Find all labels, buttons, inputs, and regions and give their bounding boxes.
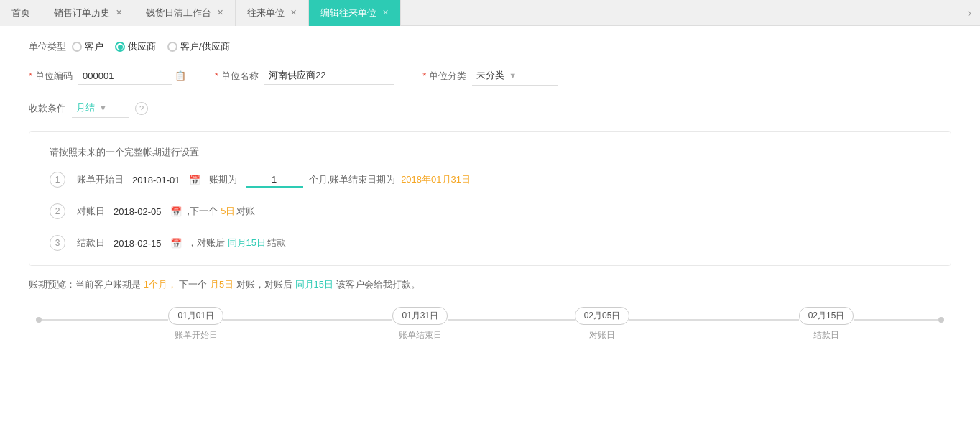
dropdown-arrow-icon: ▼ xyxy=(99,104,107,112)
tab-sales-order-history[interactable]: 销售订单历史 ✕ xyxy=(42,0,134,26)
preview-reconcile-pre: 下一个 xyxy=(179,279,207,290)
unit-name-input[interactable] xyxy=(264,68,394,85)
step-3-date: 2018-02-15 xyxy=(114,238,162,249)
unit-code-input[interactable] xyxy=(78,68,172,85)
timeline-line-2 xyxy=(448,319,574,321)
step-3-desc-pre: ，对账后 xyxy=(188,236,225,249)
unit-type-row: 单位类型 客户 供应商 客户/供应商 xyxy=(29,40,951,53)
unit-name-label: 单位名称 xyxy=(221,70,259,83)
radio-supplier-label: 供应商 xyxy=(128,40,156,53)
step-2-row: 2 对账日 2018-02-05 📅 ,下一个 5日 对账 xyxy=(50,203,930,219)
unit-info-row: * 单位编码 📋 * 单位名称 * 单位分类 未分类 ▼ xyxy=(29,66,951,86)
preview-payment-post: 该客户会给我打款。 xyxy=(336,279,420,290)
timeline-node-1: 01月31日 账单结束日 xyxy=(392,307,448,341)
tab-edit-partner-label: 编辑往来单位 xyxy=(320,6,376,19)
step-3-highlight: 同月15日 xyxy=(228,236,266,249)
timeline-node-3: 02月15日 结款日 xyxy=(799,307,854,341)
step-1-row: 1 账单开始日 2018-01-01 📅 账期为 个月,账单结束日期为 2018… xyxy=(50,172,930,188)
unit-code-label: 单位编码 xyxy=(35,70,73,83)
unit-type-radio-group: 客户 供应商 客户/供应商 xyxy=(72,40,230,53)
payment-terms-select[interactable]: 月结 ▼ xyxy=(72,98,129,118)
step-2-desc-post: 对账 xyxy=(236,205,255,218)
timeline-start-dot xyxy=(36,317,42,323)
tab-cash-ledger[interactable]: 钱货日清工作台 ✕ xyxy=(134,0,236,26)
step-3-desc-post: 结款 xyxy=(267,236,286,249)
preview-label: 账期预览：当前客户账期是 xyxy=(29,279,141,290)
billing-period-section: 请按照未来的一个完整帐期进行设置 1 账单开始日 2018-01-01 📅 账期… xyxy=(29,131,951,266)
unit-category-select[interactable]: 未分类 ▼ xyxy=(472,66,558,86)
preview-payment-highlight: 同月15日 xyxy=(295,279,333,290)
close-icon[interactable]: ✕ xyxy=(217,8,223,17)
step-2-label: 对账日 xyxy=(77,205,105,218)
close-icon[interactable]: ✕ xyxy=(116,8,122,17)
timeline-line-4 xyxy=(854,319,938,321)
preview-reconcile-highlight: 月5日 xyxy=(210,279,234,290)
timeline-node-0: 01月01日 账单开始日 xyxy=(168,307,223,341)
step-2-desc-pre: ,下一个 xyxy=(188,205,218,218)
preview-period: 1个月， xyxy=(144,279,177,290)
calendar-icon-2[interactable]: 📅 xyxy=(170,206,182,217)
timeline-line-3 xyxy=(629,319,798,321)
timeline-end-dot xyxy=(938,317,944,323)
tab-cash-ledger-label: 钱货日清工作台 xyxy=(146,6,211,19)
unit-name-group: * 单位名称 xyxy=(215,68,394,85)
timeline-line-1 xyxy=(223,319,392,321)
tab-partner-units-label: 往来单位 xyxy=(247,6,285,19)
tab-sales-order-history-label: 销售订单历史 xyxy=(54,6,110,19)
unit-type-label: 单位类型 xyxy=(29,40,66,53)
radio-both[interactable]: 客户/供应商 xyxy=(167,40,230,53)
required-star: * xyxy=(422,70,426,81)
tab-edit-partner[interactable]: 编辑往来单位 ✕ xyxy=(309,0,401,26)
close-icon[interactable]: ✕ xyxy=(382,8,389,17)
step-1-label: 账单开始日 xyxy=(77,173,124,186)
radio-circle-customer xyxy=(72,42,82,52)
timeline-pill-0: 01月01日 xyxy=(168,307,223,325)
preview-reconcile-post: 对账，对账后 xyxy=(236,279,292,290)
step-2-highlight: 5日 xyxy=(221,205,235,218)
step-1-num: 1 xyxy=(50,172,65,188)
payment-terms-value: 月结 xyxy=(76,101,95,114)
step-3-num: 3 xyxy=(50,235,65,251)
step-2-num: 2 xyxy=(50,203,65,219)
step-3-label: 结款日 xyxy=(77,236,105,249)
timeline: 01月01日 账单开始日 01月31日 账单结束日 02月05日 对账日 02月… xyxy=(29,307,951,341)
payment-terms-row: 收款条件 月结 ▼ ? xyxy=(29,98,951,118)
timeline-label-2: 对账日 xyxy=(589,329,615,341)
calendar-icon-3[interactable]: 📅 xyxy=(170,238,182,249)
section-title: 请按照未来的一个完整帐期进行设置 xyxy=(50,146,930,159)
step-1-end-date: 2018年01月31日 xyxy=(401,173,471,186)
unit-category-group: * 单位分类 未分类 ▼ xyxy=(422,66,558,86)
radio-supplier[interactable]: 供应商 xyxy=(115,40,156,53)
unit-category-label: 单位分类 xyxy=(429,70,466,83)
radio-circle-supplier xyxy=(115,42,125,52)
main-content: 单位类型 客户 供应商 客户/供应商 * 单位编码 📋 * 单位名称 xyxy=(0,26,980,437)
close-icon[interactable]: ✕ xyxy=(290,8,297,17)
step-3-row: 3 结款日 2018-02-15 📅 ，对账后 同月15日 结款 xyxy=(50,235,930,251)
radio-circle-both xyxy=(167,42,177,52)
radio-customer-label: 客户 xyxy=(85,40,103,53)
unit-code-group: * 单位编码 📋 xyxy=(29,68,186,85)
tab-home[interactable]: 首页 xyxy=(0,0,42,26)
timeline-label-3: 结款日 xyxy=(813,329,839,341)
step-1-suffix-pre: 账期为 xyxy=(209,173,237,186)
help-icon[interactable]: ? xyxy=(135,102,148,115)
calendar-icon[interactable]: 📋 xyxy=(175,70,186,81)
tab-expand-button[interactable]: › xyxy=(959,6,980,19)
payment-terms-label: 收款条件 xyxy=(29,102,66,115)
tab-home-label: 首页 xyxy=(11,6,30,19)
required-star: * xyxy=(215,70,218,81)
period-input[interactable] xyxy=(246,172,303,188)
radio-customer[interactable]: 客户 xyxy=(72,40,103,53)
step-1-suffix-post: 个月,账单结束日期为 xyxy=(309,173,396,186)
radio-both-label: 客户/供应商 xyxy=(180,40,230,53)
timeline-pill-3: 02月15日 xyxy=(799,307,854,325)
timeline-label-0: 账单开始日 xyxy=(175,329,218,341)
timeline-pill-2: 02月05日 xyxy=(575,307,630,325)
calendar-icon-1[interactable]: 📅 xyxy=(189,175,200,185)
timeline-label-1: 账单结束日 xyxy=(399,329,442,341)
tab-bar: 首页 销售订单历史 ✕ 钱货日清工作台 ✕ 往来单位 ✕ 编辑往来单位 ✕ › xyxy=(0,0,980,26)
step-1-date: 2018-01-01 xyxy=(132,175,180,185)
timeline-node-2: 02月05日 对账日 xyxy=(575,307,630,341)
tab-partner-units[interactable]: 往来单位 ✕ xyxy=(236,0,309,26)
required-star: * xyxy=(29,70,32,81)
